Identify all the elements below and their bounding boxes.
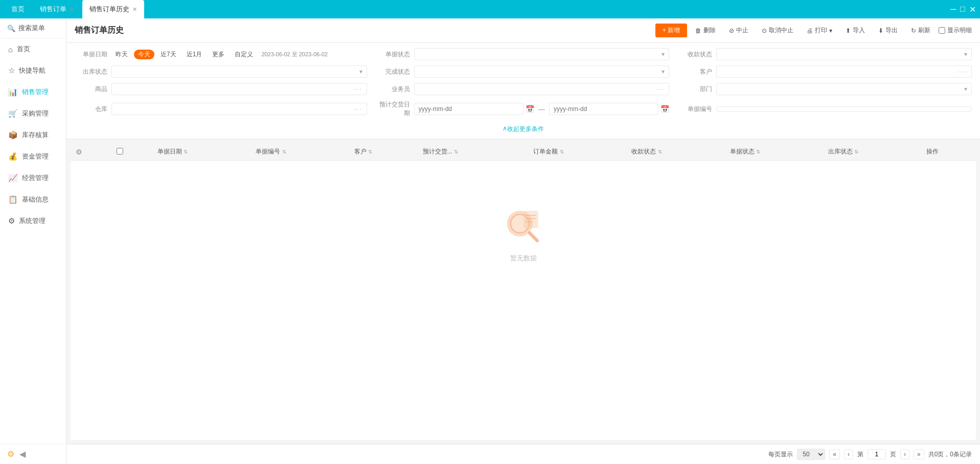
layout: 🔍 搜索菜单 ⌂ 首页 ☆ 快捷导航 📊 销售管理 🛒 采购管理 📦 库存核算 … [0, 18, 980, 464]
sidebar-search[interactable]: 🔍 搜索菜单 [0, 18, 66, 38]
sidebar-item-purchase[interactable]: 🛒 采购管理 [0, 103, 66, 124]
th-action-label: 操作 [926, 148, 939, 155]
import-button[interactable]: ⬆ 导入 [840, 24, 870, 37]
first-page-button[interactable]: « [829, 449, 840, 459]
sidebar-item-finance[interactable]: 💰 资金管理 [0, 146, 66, 167]
th-status[interactable]: 单据状态 ⇅ [725, 143, 823, 161]
select-all-checkbox[interactable] [117, 148, 123, 154]
filter-dept-label: 部门 [679, 85, 716, 94]
chip-7days[interactable]: 近7天 [156, 50, 180, 59]
th-status-label: 单据状态 [730, 148, 755, 155]
filter-order-no-control[interactable] [716, 106, 972, 112]
calendar-end-icon[interactable]: 📅 [660, 105, 669, 113]
page-header-top: 销售订单历史 + 新增 🗑 删除 ⊘ 中止 ⊙ 取消中止 [75, 24, 972, 37]
tab-sales-order-close[interactable]: ✕ [70, 6, 74, 13]
tab-home[interactable]: 首页 [4, 0, 32, 18]
chip-today[interactable]: 今天 [134, 50, 154, 59]
sidebar-item-base[interactable]: 📋 基础信息 [0, 189, 66, 210]
delete-icon: 🗑 [695, 27, 701, 34]
th-amount[interactable]: 订单金额 ⇅ [528, 143, 626, 161]
filter-salesman: 业务员 ··· [377, 83, 670, 95]
chip-more[interactable]: 更多 [208, 50, 229, 59]
print-button[interactable]: 🖨 打印 ▾ [802, 24, 837, 37]
th-customer[interactable]: 客户 ⇅ [349, 143, 418, 161]
sidebar-item-home[interactable]: ⌂ 首页 [0, 38, 66, 60]
filter-dept-control[interactable]: ▾ [716, 83, 972, 95]
sidebar-item-inventory[interactable]: 📦 库存核算 [0, 124, 66, 146]
filter-outbound-control[interactable]: ▾ [111, 65, 367, 78]
delete-button[interactable]: 🗑 删除 [690, 24, 721, 37]
filter-collapse-row[interactable]: ∧ 收起更多条件 [75, 123, 972, 136]
window-close-icon[interactable]: ✕ [969, 5, 976, 14]
th-expected-label: 预计交货... [423, 148, 452, 155]
sidebar-item-sales[interactable]: 📊 销售管理 [0, 81, 66, 103]
filter-salesman-label: 业务员 [377, 85, 414, 94]
filter-customer-label: 客户 [679, 68, 716, 76]
filter-warehouse: 仓库 ··· [75, 103, 367, 115]
refresh-button[interactable]: ↻ 刷新 [906, 24, 936, 37]
export-button[interactable]: ⬇ 导出 [873, 24, 903, 37]
filter-expected-date-label: 预计交货日期 [377, 100, 414, 118]
sidebar-item-system-label: 系统管理 [19, 216, 45, 226]
empty-icon [500, 202, 546, 248]
filter-receipt-control[interactable]: ▾ [716, 48, 972, 60]
th-no[interactable]: 单据编号 ⇅ [250, 143, 349, 161]
filter-complete-control[interactable]: ▾ [414, 65, 670, 78]
page-size-select[interactable]: 20 50 100 [797, 449, 825, 460]
filter-order-no: 单据编号 [679, 105, 972, 114]
filter-outbound-label: 出库状态 [75, 68, 111, 76]
sort-amount-icon: ⇅ [560, 149, 564, 154]
th-expected[interactable]: 预计交货... ⇅ [418, 143, 529, 161]
calendar-start-icon[interactable]: 📅 [526, 105, 534, 113]
th-receipt[interactable]: 收款状态 ⇅ [626, 143, 724, 161]
sidebar-item-system[interactable]: ⚙ 系统管理 [0, 210, 66, 232]
table-settings-icon[interactable]: ⚙ [76, 148, 82, 156]
star-icon: ☆ [8, 66, 15, 75]
expected-date-start[interactable] [414, 103, 523, 115]
th-outbound[interactable]: 出库状态 ⇅ [823, 143, 921, 161]
add-button[interactable]: + 新增 [655, 24, 687, 37]
filter-customer: 客户 ··· [679, 65, 972, 78]
sort-outbound-icon: ⇅ [854, 149, 858, 154]
tab-sales-order-label: 销售订单 [40, 5, 66, 14]
sidebar-collapse-icon[interactable]: ◀ [19, 449, 26, 459]
expected-date-end[interactable] [549, 103, 658, 115]
th-date[interactable]: 单据日期 ⇅ [152, 143, 250, 161]
cancel-stop-button[interactable]: ⊙ 取消中止 [757, 24, 799, 37]
filter-customer-control[interactable]: ··· [716, 65, 972, 78]
tab-sales-order-history-close[interactable]: ✕ [132, 6, 137, 13]
main-content: 销售订单历史 + 新增 🗑 删除 ⊘ 中止 ⊙ 取消中止 [66, 18, 980, 464]
next-page-button[interactable]: › [900, 449, 909, 459]
sidebar-item-home-label: 首页 [17, 45, 30, 54]
filter-warehouse-control[interactable]: ··· [111, 103, 367, 115]
top-bar: 首页 销售订单 ✕ 销售订单历史 ✕ ─ □ ✕ [0, 0, 980, 18]
chip-custom[interactable]: 自定义 [231, 50, 257, 59]
purchase-icon: 🛒 [8, 109, 18, 118]
show-detail-checkbox-label[interactable]: 显示明细 [939, 26, 972, 35]
stop-button[interactable]: ⊘ 中止 [724, 24, 754, 37]
prev-page-button[interactable]: ‹ [844, 449, 853, 459]
tab-sales-order-history[interactable]: 销售订单历史 ✕ [82, 0, 144, 18]
filter-status-control[interactable]: ▾ [414, 48, 670, 60]
chip-yesterday[interactable]: 昨天 [111, 50, 132, 59]
empty-row: 暂无数据 [71, 161, 976, 304]
chip-1month[interactable]: 近1月 [183, 50, 207, 59]
filter-date-label: 单据日期 [75, 50, 111, 59]
total-info: 共0页，0条记录 [928, 450, 972, 459]
filter-complete-label: 完成状态 [377, 68, 414, 76]
show-detail-checkbox[interactable] [939, 27, 945, 34]
toolbar: + 新增 🗑 删除 ⊘ 中止 ⊙ 取消中止 🖨 打 [655, 24, 972, 37]
tab-home-label: 首页 [11, 5, 25, 14]
tab-sales-order[interactable]: 销售订单 ✕ [33, 0, 81, 18]
window-minimize-icon[interactable]: ─ [950, 5, 956, 14]
print-icon: 🖨 [807, 27, 813, 34]
filter-salesman-control[interactable]: ··· [414, 83, 670, 95]
sidebar: 🔍 搜索菜单 ⌂ 首页 ☆ 快捷导航 📊 销售管理 🛒 采购管理 📦 库存核算 … [0, 18, 66, 464]
sidebar-item-operation[interactable]: 📈 经营管理 [0, 167, 66, 189]
page-input[interactable] [868, 449, 886, 459]
sidebar-item-quick-nav[interactable]: ☆ 快捷导航 [0, 60, 66, 81]
sidebar-settings-icon[interactable]: ⚙ [7, 449, 14, 459]
last-page-button[interactable]: » [914, 449, 924, 459]
filter-goods-control[interactable]: ··· [111, 83, 367, 95]
window-maximize-icon[interactable]: □ [960, 5, 965, 14]
